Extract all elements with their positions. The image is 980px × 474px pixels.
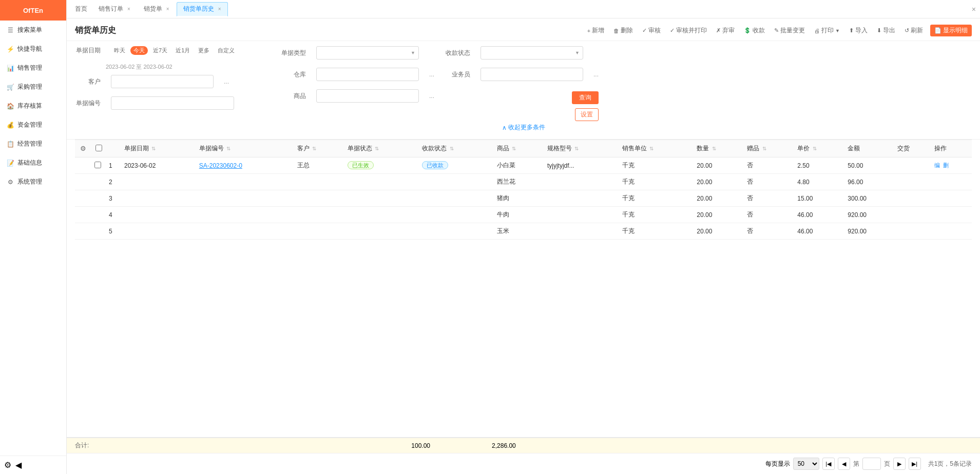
import-button[interactable]: ⬆ 导入 xyxy=(847,25,870,36)
show-detail-button[interactable]: 📄 显示明细 xyxy=(930,25,972,36)
row1-docno[interactable]: SA-20230602-0 xyxy=(196,157,294,174)
row1-index: 1 xyxy=(106,157,121,174)
sort-unit: ⇅ xyxy=(649,146,654,151)
col-doc-status[interactable]: 单据状态 ⇅ xyxy=(344,140,419,157)
row1-date: 2023-06-02 xyxy=(121,157,196,174)
warehouse-picker[interactable]: ... xyxy=(429,71,434,78)
row4-amount: 920.00 xyxy=(844,207,894,223)
goods-picker[interactable]: ... xyxy=(429,92,434,100)
col-spec[interactable]: 规格型号 ⇅ xyxy=(544,140,619,157)
tab-close-sales-goods[interactable]: × xyxy=(166,6,169,12)
sidebar-collapse-icon[interactable]: ◀ xyxy=(15,460,22,470)
sidebar-item-sales-mgmt[interactable]: 📊 销售管理 xyxy=(0,58,66,77)
staff-label: 业务员 xyxy=(445,70,470,79)
sidebar-item-search-menu[interactable]: ☰ 搜索菜单 xyxy=(0,21,66,40)
goods-input[interactable] xyxy=(316,89,419,103)
date-btn-today[interactable]: 今天 xyxy=(130,46,148,55)
audit-print-button[interactable]: ✓ 审核并打印 xyxy=(668,25,709,36)
sidebar-settings-icon[interactable]: ⚙ xyxy=(4,460,11,470)
customer-input[interactable] xyxy=(111,75,214,88)
col-pay-status[interactable]: 收款状态 ⇅ xyxy=(419,140,494,157)
first-page-btn[interactable]: |◀ xyxy=(822,458,835,470)
query-button[interactable]: 查询 xyxy=(572,91,599,104)
new-button[interactable]: + 新增 xyxy=(585,25,606,36)
data-table: ⚙ 单据日期 ⇅ 单据编号 ⇅ xyxy=(75,140,972,240)
col-price[interactable]: 单价 ⇅ xyxy=(794,140,844,157)
tab-sales-history[interactable]: 销货单历史 × xyxy=(177,2,228,16)
delete-button[interactable]: 🗑 删除 xyxy=(611,25,635,36)
tabs-close-all[interactable]: × xyxy=(972,5,976,13)
print-button[interactable]: 🖨 打印 ▼ xyxy=(812,25,842,36)
select-all-checkbox[interactable] xyxy=(95,145,102,151)
date-btn-7days[interactable]: 近7天 xyxy=(150,46,170,55)
docno-input[interactable] xyxy=(111,96,234,110)
col-doc-date[interactable]: 单据日期 ⇅ xyxy=(121,140,196,157)
col-settings[interactable]: ⚙ xyxy=(75,140,91,157)
filter-row-docno: 单据编号 xyxy=(75,96,270,110)
col-gift[interactable]: 赠品 ⇅ xyxy=(744,140,794,157)
page-number-input[interactable]: 1 xyxy=(862,458,881,470)
sidebar-item-sys-mgmt[interactable]: ⚙ 系统管理 xyxy=(0,172,66,191)
date-btn-1month[interactable]: 近1月 xyxy=(172,46,193,55)
col-qty[interactable]: 数量 ⇅ xyxy=(694,140,744,157)
paystatus-select[interactable]: ▼ xyxy=(481,46,583,60)
warehouse-input[interactable] xyxy=(316,68,419,81)
tab-close-sales-order[interactable]: × xyxy=(127,6,130,12)
refresh-icon: ↺ xyxy=(905,27,909,34)
prev-page-btn[interactable]: ◀ xyxy=(838,458,850,470)
staff-picker[interactable]: ... xyxy=(593,71,599,78)
collect-button[interactable]: 💲 收款 xyxy=(742,25,767,36)
date-btn-yesterday[interactable]: 昨天 xyxy=(111,46,128,55)
export-button[interactable]: ⬇ 导出 xyxy=(875,25,897,36)
filter-row-paystatus: 收款状态 ▼ xyxy=(445,46,599,60)
column-settings-icon[interactable]: ⚙ xyxy=(80,145,86,152)
total-info: 共1页，5条记录 xyxy=(928,460,972,468)
sidebar-item-purchase-mgmt[interactable]: 🛒 采购管理 xyxy=(0,77,66,96)
col-customer[interactable]: 客户 ⇅ xyxy=(294,140,344,157)
pagination: 每页显示 50 100 200 |◀ ◀ 第 1 页 ▶ ▶| 共1页，5条记录 xyxy=(67,453,980,474)
row1-edit-btn[interactable]: 编 xyxy=(934,162,940,169)
filter-row-date: 单据日期 昨天 今天 近7天 近1月 更多 自定义 xyxy=(75,46,270,55)
sidebar-item-quick-nav[interactable]: ⚡ 快捷导航 xyxy=(0,40,66,58)
batch-icon: ✎ xyxy=(774,27,779,34)
sidebar-item-finance[interactable]: 💰 资金管理 xyxy=(0,115,66,134)
staff-input[interactable] xyxy=(481,68,583,81)
audit-button[interactable]: ✓ 审核 xyxy=(640,25,663,36)
row1-del-btn[interactable]: 删 xyxy=(943,162,949,169)
col-goods[interactable]: 商品 ⇅ xyxy=(494,140,544,157)
abandon-button[interactable]: ✗ 弃审 xyxy=(714,25,737,36)
filter-settings-button[interactable]: 设置 xyxy=(575,108,599,121)
row1-paystatus-badge: 已收款 xyxy=(422,161,448,169)
last-page-btn[interactable]: ▶| xyxy=(909,458,921,470)
doctype-select[interactable]: ▼ xyxy=(316,46,419,60)
next-page-btn[interactable]: ▶ xyxy=(893,458,906,470)
batch-change-button[interactable]: ✎ 批量变更 xyxy=(772,25,807,36)
row5-goods: 玉米 xyxy=(494,223,544,240)
tab-close-sales-history[interactable]: × xyxy=(218,6,221,12)
customer-picker[interactable]: ... xyxy=(224,78,229,85)
table-row: 2 西兰花 千克 20.00 否 4.80 96.00 xyxy=(75,174,972,190)
tab-sales-goods[interactable]: 销货单 × xyxy=(138,2,176,16)
footer-total-qty: 100.00 xyxy=(411,442,430,449)
sidebar-logo: OfTEn xyxy=(0,0,66,21)
col-unit[interactable]: 销售单位 ⇅ xyxy=(619,140,694,157)
date-btn-more[interactable]: 更多 xyxy=(195,46,213,55)
tab-home[interactable]: 首页 xyxy=(71,5,91,13)
date-btn-custom[interactable]: 自定义 xyxy=(215,46,238,55)
row4-unit: 千克 xyxy=(619,207,694,223)
row1-select[interactable] xyxy=(94,162,101,168)
import-icon: ⬆ xyxy=(849,27,854,34)
per-page-select[interactable]: 50 100 200 xyxy=(793,458,819,470)
sort-spec: ⇅ xyxy=(574,146,579,151)
sidebar-item-inventory[interactable]: 🏠 库存核算 xyxy=(0,96,66,115)
collapse-button[interactable]: ∧ 收起更多条件 xyxy=(75,123,972,132)
sidebar-item-ops-mgmt[interactable]: 📋 经营管理 xyxy=(0,134,66,153)
refresh-button[interactable]: ↺ 刷新 xyxy=(902,25,925,36)
page-unit: 页 xyxy=(884,460,890,468)
col-doc-no[interactable]: 单据编号 ⇅ xyxy=(196,140,294,157)
row3-unit: 千克 xyxy=(619,190,694,207)
row1-customer: 王总 xyxy=(294,157,344,174)
sort-goods: ⇅ xyxy=(512,146,516,151)
tab-sales-order[interactable]: 销售订单 × xyxy=(92,2,137,16)
sidebar-item-basic-info[interactable]: 📝 基础信息 xyxy=(0,153,66,172)
